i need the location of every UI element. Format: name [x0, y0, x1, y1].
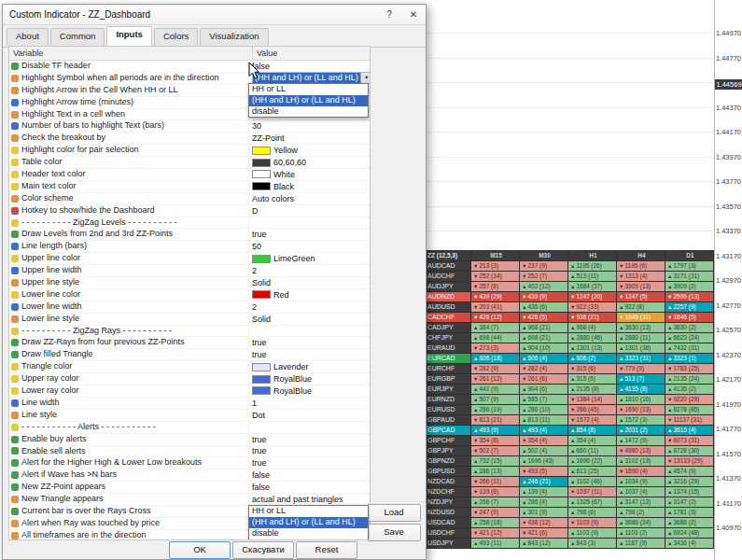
dashboard-cell[interactable]: ▲6924 (48)	[665, 528, 713, 538]
pair-label[interactable]: GBPCHF	[426, 436, 470, 445]
dashboard-cell[interactable]: ▼354 (4)	[520, 436, 567, 445]
dashboard-cell[interactable]: ▲3630 (2)	[665, 323, 713, 332]
dashboard-cell[interactable]: ▲2135 (24)	[665, 374, 713, 384]
param-row[interactable]: Lower line width2	[9, 301, 370, 314]
param-row[interactable]: New ZZ-Point appearsfalse	[9, 482, 370, 494]
dashboard-cell[interactable]: ▲813 (11)	[520, 415, 567, 425]
param-row[interactable]: Draw filled Triangletrue	[9, 349, 370, 361]
param-value[interactable]: Solid	[249, 278, 370, 287]
pair-label[interactable]: EURJPY	[426, 385, 470, 394]
pair-label[interactable]: EURNZD	[426, 395, 470, 404]
dashboard-cell[interactable]: ▼4980 (13)	[617, 446, 665, 455]
pair-label[interactable]: CHFJPY	[426, 333, 470, 343]
dashboard-cell[interactable]: ▲798 (6)	[568, 508, 616, 517]
tab-common[interactable]: Common	[50, 28, 105, 46]
tab-visualization[interactable]: Visualization	[200, 28, 268, 46]
param-row[interactable]: Enable buy alertstrue	[9, 434, 370, 446]
param-row[interactable]: Alert if Wave has >N barsfalse	[9, 469, 370, 482]
dashboard-cell[interactable]: ▲4135 (2)	[665, 385, 713, 394]
param-value[interactable]: false	[249, 470, 370, 480]
dashboard-cell[interactable]: ▼11137 (31)	[665, 415, 713, 425]
save-button[interactable]: Save	[367, 524, 421, 541]
pair-label[interactable]: USDJPY	[426, 539, 470, 548]
dashboard-cell[interactable]: ▲1103 (2)	[617, 528, 665, 538]
dashboard-cell[interactable]: ▼315 (6)	[568, 364, 616, 373]
dashboard-cell[interactable]: ▼1572 (4)	[568, 415, 616, 425]
dashboard-cell[interactable]: ▲1696 (22)	[568, 456, 616, 466]
dashboard-cell[interactable]: ▲843 (12)	[520, 539, 567, 548]
param-value[interactable]: 60,60,60	[249, 158, 370, 167]
param-value[interactable]: true	[249, 230, 370, 239]
param-row[interactable]: Upper line colorLimeGreen	[9, 253, 370, 265]
dialog-titlebar[interactable]: Custom Indicator - ZZ_Dashboard ? ✕	[3, 5, 426, 25]
dashboard-cell[interactable]: ▲3216 (29)	[665, 477, 713, 486]
param-row[interactable]: Main text colorBlack	[9, 181, 370, 193]
dashboard-cell[interactable]: ▲698 (44)	[471, 333, 519, 343]
param-value[interactable]: White	[249, 170, 370, 179]
param-row[interactable]: Header text colorWhite	[9, 169, 370, 181]
dashboard-cell[interactable]: ▲8278 (85)	[665, 405, 713, 414]
dashboard-cell[interactable]: ▲843 (3)	[568, 539, 616, 548]
dashboard-cell[interactable]: ▲613 (25)	[568, 467, 616, 476]
param-row[interactable]: Triangle colorLavender	[9, 361, 370, 373]
dashboard-cell[interactable]: ▼426 (5)	[520, 313, 567, 322]
param-value[interactable]: 1	[249, 399, 370, 408]
dashboard-cell[interactable]: ▲301 (9)	[520, 508, 567, 517]
dashboard-cell[interactable]: ▲1684 (37)	[568, 282, 616, 291]
dashboard-cell[interactable]: ▼257 (8)	[471, 282, 519, 291]
pair-label[interactable]: USDCHF	[426, 528, 470, 538]
dashboard-cell[interactable]: ▲732 (15)	[471, 456, 519, 466]
dashboard-cell[interactable]: ▲3686 (2)	[665, 518, 713, 527]
dashboard-cell[interactable]: ▲2135 (8)	[568, 385, 616, 394]
dropdown-item[interactable]: (HH and LH) or (LL and HL)	[249, 517, 368, 528]
param-row[interactable]: Hotkey to show/hide the DashboardD	[9, 205, 370, 217]
param-value[interactable]: true	[249, 350, 370, 359]
dashboard-cell[interactable]: ▼203 (41)	[471, 302, 519, 312]
dropdown-item[interactable]: HH or LL	[249, 506, 368, 517]
dashboard-cell[interactable]: ▲7432 (31)	[665, 343, 713, 353]
param-value[interactable]: RoyalBlue	[249, 386, 370, 396]
dashboard-cell[interactable]: ▲286 (19)	[471, 405, 519, 414]
param-value[interactable]: Lavender	[249, 362, 370, 371]
dashboard-cell[interactable]: ▲3147 (2)	[665, 497, 713, 507]
dashboard-cell[interactable]: ▲246 (21)	[520, 477, 567, 486]
dashboard-cell[interactable]: ▼1103 (9)	[568, 518, 616, 527]
dashboard-cell[interactable]: ▼421 (6)	[520, 528, 567, 538]
dashboard-cell[interactable]: ▲660 (11)	[568, 446, 616, 455]
pair-label[interactable]: GBPJPY	[426, 446, 470, 455]
dashboard-cell[interactable]: ▼502 (7)	[471, 446, 519, 455]
param-value[interactable]: D	[249, 206, 370, 216]
dashboard-cell[interactable]: ▲854 (8)	[568, 426, 616, 435]
param-row[interactable]: Lower line styleSolid	[9, 314, 370, 326]
dashboard-cell[interactable]: ▲922 (8)	[617, 302, 665, 312]
dashboard-cell[interactable]: ▲1325 (67)	[568, 497, 616, 507]
param-row[interactable]: Highlight color for pair selectionYellow	[9, 145, 370, 157]
dashboard-cell[interactable]: ▲1797 (3)	[665, 261, 713, 271]
param-value[interactable]: Red	[249, 290, 370, 300]
param-value[interactable]: 30	[249, 121, 370, 131]
param-row[interactable]: Line length (bars)50	[9, 241, 370, 253]
param-value[interactable]: Yellow	[249, 146, 370, 155]
dashboard-cell[interactable]: ▲606 (4)	[520, 354, 567, 363]
param-row[interactable]: Upper line styleSolid	[9, 277, 370, 289]
dashboard-cell[interactable]: ▼813 (21)	[471, 415, 519, 425]
param-value[interactable]: 2	[249, 302, 370, 312]
dashboard-cell[interactable]: ▲3630 (13)	[617, 323, 665, 332]
pair-label[interactable]: GBPUSD	[426, 467, 470, 476]
dashboard-cell[interactable]: ▲904 (10)	[520, 343, 567, 353]
tab-colors[interactable]: Colors	[154, 28, 198, 46]
dashboard-cell[interactable]: ▲3323 (1)	[665, 354, 713, 363]
param-value[interactable]: true	[249, 458, 370, 468]
pair-label[interactable]: EURCHF	[426, 364, 470, 373]
dashboard-cell[interactable]: ▲1195 (26)	[568, 261, 616, 271]
dashboard-cell[interactable]: ▲507 (9)	[471, 395, 519, 404]
dashboard-cell[interactable]: ▲3686 (24)	[617, 518, 665, 527]
dashboard-cell[interactable]: ▲1781 (3)	[665, 508, 713, 517]
dashboard-cell[interactable]: ▲513 (7)	[617, 374, 665, 384]
pair-label[interactable]: USDCAD	[426, 518, 470, 527]
dashboard-cell[interactable]: ▲798 (2)	[617, 508, 665, 517]
dropdown-item[interactable]: HH or LL	[249, 84, 368, 95]
dashboard-cell[interactable]: ▲286 (13)	[471, 467, 519, 476]
dashboard-cell[interactable]: ▼1384 (14)	[568, 395, 616, 404]
pair-label[interactable]: AUDCHF	[426, 272, 470, 281]
